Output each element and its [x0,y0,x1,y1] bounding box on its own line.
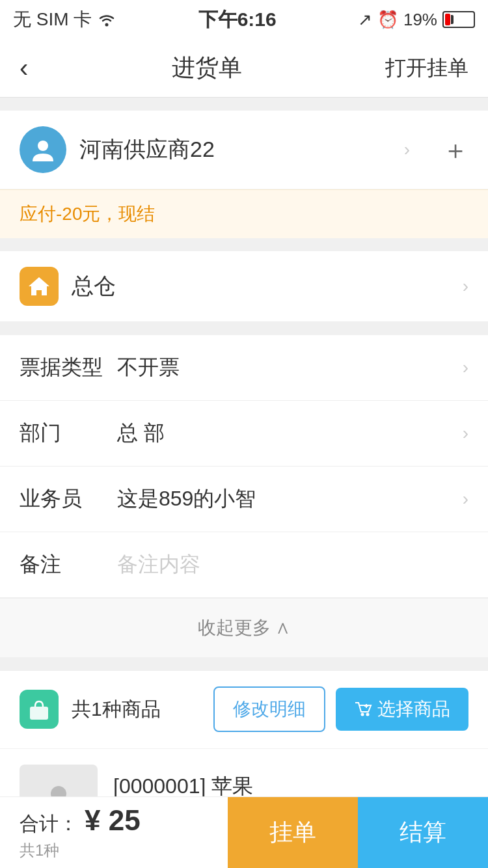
bottom-bar: 合计： ¥ 25 共1种 挂单 结算 [0,796,488,868]
select-product-button[interactable]: 选择商品 [336,688,468,731]
product-header: 共1种商品 修改明细 选择商品 [0,670,488,748]
home-icon [27,275,51,298]
department-chevron-icon: › [463,423,468,444]
salesperson-value: 这是859的小智 [104,485,463,513]
hang-order-button[interactable]: 挂单 [228,797,358,868]
bag-icon [27,698,51,721]
total-amount: ¥ 25 [85,804,141,837]
warehouse-icon [20,267,59,306]
nav-bar: ‹ 进货单 打开挂单 [0,39,488,98]
supplier-row[interactable]: 河南供应商22 › ＋ [0,111,488,189]
total-section: 合计： ¥ 25 共1种 [0,797,228,868]
checkout-button[interactable]: 结算 [358,797,488,868]
page-title: 进货单 [172,52,242,84]
warehouse-chevron-icon: › [463,276,468,297]
remark-row[interactable]: 备注 备注内容 [0,532,488,598]
ticket-type-row[interactable]: 票据类型 不开票 › [0,335,488,401]
edit-detail-button[interactable]: 修改明细 [213,686,325,732]
svg-point-4 [366,713,370,716]
ticket-type-value: 不开票 [104,353,463,382]
warehouse-name: 总仓 [72,271,463,301]
salesperson-chevron-icon: › [463,489,468,509]
warehouse-row[interactable]: 总仓 › [0,251,488,322]
status-time: 下午6:16 [198,7,277,33]
product-icon [20,690,59,729]
supplier-chevron-icon: › [404,139,410,160]
supplier-avatar [20,126,66,173]
form-section: 票据类型 不开票 › 部门 总 部 › 业务员 这是859的小智 › 备注 备注… [0,335,488,657]
department-value: 总 部 [104,419,463,448]
top-divider [0,98,488,111]
back-button[interactable]: ‹ [20,53,28,83]
total-label: 合计： [20,811,78,837]
department-row[interactable]: 部门 总 部 › [0,401,488,467]
svg-rect-2 [30,707,48,720]
status-carrier: 无 SIM 卡 [13,7,116,32]
add-button[interactable]: ＋ [429,132,468,168]
location-icon: ↗ [358,10,372,30]
ticket-type-chevron-icon: › [463,357,468,378]
remark-input[interactable]: 备注内容 [104,550,468,579]
svg-point-0 [105,23,109,27]
svg-point-1 [38,141,48,151]
wifi-icon [97,12,116,27]
divider-3 [0,657,488,670]
ticket-type-label: 票据类型 [20,353,104,382]
total-sub: 共1种 [20,840,208,861]
divider-2 [0,322,488,335]
supplier-name: 河南供应商22 [79,135,404,165]
divider-1 [0,238,488,251]
status-right: ↗ ⏰ 19% [358,10,475,30]
svg-point-3 [361,713,364,716]
department-label: 部门 [20,419,104,448]
cart-icon [354,700,372,718]
payment-info-banner: 应付-20元，现结 [0,189,488,238]
battery-text: 19% [403,10,437,30]
collapse-toggle[interactable]: 收起更多 ∧ [0,598,488,657]
remark-label: 备注 [20,550,104,579]
product-count: 共1种商品 [72,696,213,723]
salesperson-label: 业务员 [20,485,104,513]
open-pending-button[interactable]: 打开挂单 [385,54,468,83]
status-bar: 无 SIM 卡 下午6:16 ↗ ⏰ 19% [0,0,488,39]
battery-icon [442,11,475,28]
salesperson-row[interactable]: 业务员 这是859的小智 › [0,467,488,532]
alarm-icon: ⏰ [377,10,398,30]
user-icon [30,137,56,163]
